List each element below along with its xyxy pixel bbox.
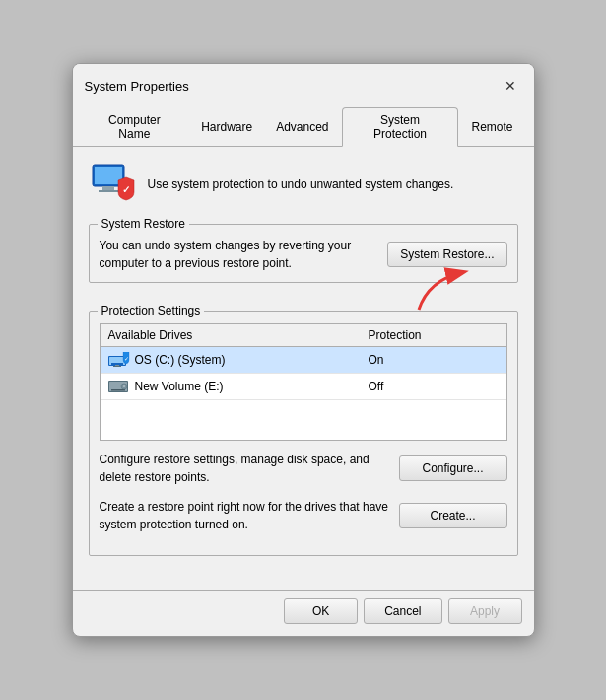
drive-cell-c: ✓ OS (C:) (System) — [108, 352, 369, 368]
close-button[interactable]: ✕ — [499, 74, 522, 98]
tab-computer-name[interactable]: Computer Name — [81, 107, 189, 146]
info-description: Use system protection to undo unwanted s… — [148, 176, 454, 193]
tab-hardware[interactable]: Hardware — [190, 107, 263, 146]
col-header-drives: Available Drives — [108, 328, 369, 342]
svg-text:✓: ✓ — [122, 184, 130, 195]
system-restore-description: You can undo system changes by reverting… — [100, 237, 370, 272]
system-restore-content: You can undo system changes by reverting… — [100, 237, 507, 272]
svg-rect-2 — [102, 186, 114, 190]
ok-button[interactable]: OK — [284, 598, 358, 624]
tab-advanced[interactable]: Advanced — [265, 107, 339, 146]
configure-description: Configure restore settings, manage disk … — [100, 451, 389, 486]
svg-rect-8 — [111, 363, 123, 365]
system-restore-button[interactable]: System Restore... — [387, 242, 506, 267]
svg-point-16 — [123, 385, 125, 387]
table-row[interactable]: New Volume (E:) Off — [101, 374, 506, 400]
dialog-footer: OK Cancel Apply — [73, 590, 534, 636]
protection-cell-e: Off — [369, 380, 499, 393]
table-row[interactable]: ✓ OS (C:) (System) On — [101, 347, 506, 374]
configure-button[interactable]: Configure... — [399, 455, 507, 481]
drive-cell-e: New Volume (E:) — [108, 379, 369, 394]
svg-text:✓: ✓ — [123, 356, 128, 362]
system-properties-dialog: System Properties ✕ Computer Name Hardwa… — [72, 63, 535, 637]
system-restore-button-area: System Restore... — [379, 242, 507, 267]
create-button[interactable]: Create... — [399, 503, 507, 528]
apply-button: Apply — [448, 598, 522, 624]
col-header-protection: Protection — [369, 328, 499, 342]
protection-cell-c: On — [369, 353, 499, 367]
tab-system-protection[interactable]: System Protection — [342, 107, 459, 147]
table-header: Available Drives Protection — [101, 324, 506, 347]
svg-rect-3 — [99, 190, 118, 192]
create-row: Create a restore point right now for the… — [100, 498, 507, 533]
create-description: Create a restore point right now for the… — [100, 498, 389, 533]
drive-icon-e — [108, 379, 130, 394]
system-restore-group: System Restore You can undo system chang… — [89, 224, 518, 283]
tab-content: ✓ Use system protection to undo unwanted… — [73, 147, 534, 586]
configure-row: Configure restore settings, manage disk … — [100, 451, 507, 486]
drives-table: Available Drives Protection — [100, 323, 507, 441]
table-empty-space — [101, 400, 506, 440]
svg-rect-10 — [113, 366, 121, 367]
cancel-button[interactable]: Cancel — [364, 598, 441, 624]
protection-settings-group: Protection Settings Available Drives Pro… — [89, 311, 518, 556]
protection-settings-label: Protection Settings — [98, 304, 205, 317]
title-bar: System Properties ✕ — [73, 64, 534, 98]
tabs-container: Computer Name Hardware Advanced System P… — [73, 102, 534, 147]
red-arrow-indicator — [409, 260, 478, 315]
tab-remote[interactable]: Remote — [460, 107, 523, 146]
info-section: ✓ Use system protection to undo unwanted… — [89, 161, 518, 208]
drive-icon-c: ✓ — [108, 352, 130, 368]
system-protection-icon: ✓ — [89, 161, 136, 208]
svg-rect-14 — [111, 389, 125, 391]
system-restore-label: System Restore — [98, 217, 189, 231]
dialog-title: System Properties — [85, 79, 189, 94]
